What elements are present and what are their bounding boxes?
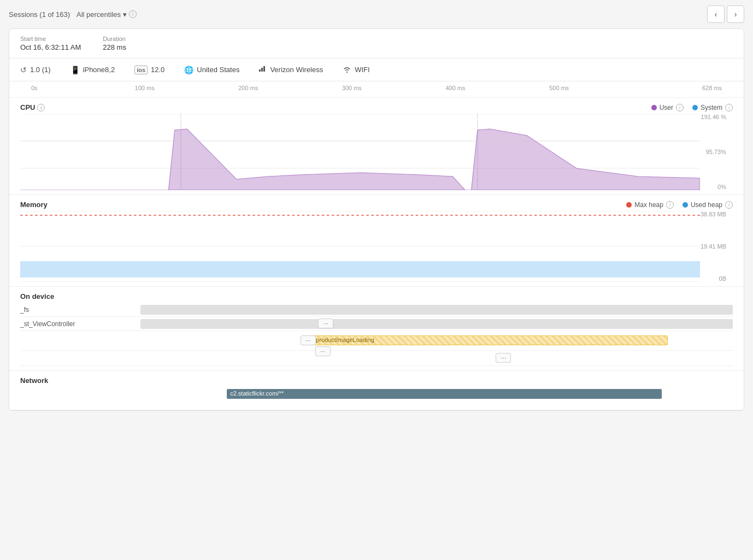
stvc-bar-area: ··· [140, 317, 733, 331]
on-device-title: On device [20, 292, 54, 300]
on-device-title-text: On device [20, 292, 54, 300]
svg-marker-1 [261, 68, 263, 72]
cpu-y-mid: 95.73% [701, 149, 726, 155]
system-info-icon[interactable]: i [725, 104, 733, 111]
memory-section: Memory Max heap i Used heap i [9, 195, 744, 287]
cpu-info-icon[interactable]: i [37, 104, 45, 111]
on-device-header: On device [9, 287, 744, 303]
info-icon[interactable]: i [129, 10, 137, 18]
sessions-label: Sessions (1 of 163) [9, 10, 70, 19]
carrier-item: Verizon Wireless [259, 65, 323, 74]
wifi-icon [343, 66, 351, 74]
system-dot [692, 105, 698, 110]
signal-icon [259, 65, 267, 74]
cpu-chart-wrapper: 191.46 % 95.73% 0% [9, 114, 744, 190]
used-heap-dot [683, 202, 688, 208]
pil-label: productImageLoading [313, 335, 377, 344]
memory-y-bot: 0B [701, 275, 726, 282]
start-time-value: Oct 16, 6:32:11 AM [20, 43, 81, 51]
nav-buttons: ‹ › [707, 5, 744, 23]
fs-bar [140, 305, 733, 315]
session-header: Start time Oct 16, 6:32:11 AM Duration 2… [9, 29, 744, 58]
memory-y-mid: 19.41 MB [701, 243, 726, 250]
user-info-icon[interactable]: i [676, 104, 684, 111]
network-section: Network c2.staticflickr.com/** [9, 371, 744, 410]
on-device-row-fs: _fs [20, 303, 733, 317]
stvc-bar [140, 319, 733, 329]
start-time-item: Start time Oct 16, 6:32:11 AM [20, 36, 81, 51]
cpu-header: CPU i User i System i [9, 98, 744, 114]
ellipsis-btn-2[interactable]: ··· [301, 335, 316, 345]
memory-header: Memory Max heap i Used heap i [9, 195, 744, 211]
on-device-section: On device _fs _st_ViewController ··· [9, 287, 744, 371]
percentile-dropdown[interactable]: All percentiles ▾ i [77, 10, 137, 19]
country-value: United States [197, 66, 239, 74]
timeline-ruler: 0s 100 ms 200 ms 300 ms 400 ms 500 ms 62… [9, 81, 744, 98]
memory-chart-area: 38.83 MB 19.41 MB 0B [20, 211, 700, 282]
network-row-container: c2.staticflickr.com/** [20, 387, 733, 401]
memory-title-text: Memory [20, 201, 48, 209]
os-value: 12.0 [151, 66, 164, 74]
svg-marker-0 [259, 69, 261, 72]
device-bar: ↺ 1.0 (1) 📱 iPhone8,2 ios 12.0 🌐 United … [9, 58, 744, 81]
memory-y-axis: 38.83 MB 19.41 MB 0B [701, 211, 726, 282]
on-device-row-stvc: _st_ViewController ··· [20, 317, 733, 331]
on-device-row-pil: productImageLoading ··· ··· [20, 331, 733, 351]
max-heap-info-icon[interactable]: i [666, 201, 674, 209]
memory-y-top: 38.83 MB [701, 211, 726, 217]
memory-legend: Max heap i Used heap i [626, 201, 733, 209]
chevron-down-icon: ▾ [123, 10, 127, 19]
ruler-200: 200 ms [238, 85, 258, 91]
max-heap-legend: Max heap i [626, 201, 674, 209]
cpu-legend: User i System i [651, 104, 733, 111]
fs-bar-area [140, 303, 733, 316]
ellipsis-btn-1[interactable]: ··· [318, 319, 333, 328]
top-bar: Sessions (1 of 163) All percentiles ▾ i … [0, 0, 753, 28]
ios-icon: ios [134, 66, 148, 74]
device-item: 📱 iPhone8,2 [70, 66, 115, 74]
ruler-628: 628 ms [702, 85, 722, 91]
refresh-icon: ↺ [20, 66, 27, 74]
cpu-system-legend: System i [692, 104, 733, 111]
fs-label: _fs [20, 306, 140, 314]
system-label: System [701, 104, 722, 111]
stvc-label: _st_ViewController [20, 320, 140, 328]
top-bar-left: Sessions (1 of 163) All percentiles ▾ i [9, 10, 137, 19]
duration-item: Duration 228 ms [103, 36, 126, 51]
prev-button[interactable]: ‹ [707, 5, 725, 23]
max-heap-dot [626, 202, 632, 208]
network-row: c2.staticflickr.com/** [20, 387, 733, 401]
used-heap-info-icon[interactable]: i [725, 201, 733, 209]
cpu-chart-area: 191.46 % 95.73% 0% [20, 114, 700, 190]
duration-label: Duration [103, 36, 126, 42]
network-url-label: c2.staticflickr.com/** [227, 389, 287, 398]
network-bar: c2.staticflickr.com/** [227, 389, 661, 399]
memory-chart-svg [20, 211, 700, 282]
carrier-value: Verizon Wireless [270, 66, 323, 74]
network-value: WIFI [355, 66, 369, 74]
extra-bar-area: ··· [140, 351, 733, 366]
percentile-label: All percentiles [77, 10, 121, 19]
svg-marker-2 [263, 66, 265, 72]
cpu-y-top: 191.46 % [701, 114, 726, 120]
memory-title: Memory [20, 201, 48, 209]
max-heap-label: Max heap [634, 201, 663, 209]
device-value: iPhone8,2 [83, 66, 115, 74]
ruler-100: 100 ms [135, 85, 155, 91]
on-device-row-extra: ··· [20, 351, 733, 366]
os-item: ios 12.0 [134, 66, 164, 74]
cpu-section: CPU i User i System i [9, 98, 744, 195]
next-button[interactable]: › [727, 5, 744, 23]
pil-bar: productImageLoading [312, 335, 667, 345]
version-item: ↺ 1.0 (1) [20, 66, 51, 74]
memory-chart-wrapper: 38.83 MB 19.41 MB 0B [9, 211, 744, 282]
main-card: Start time Oct 16, 6:32:11 AM Duration 2… [9, 28, 744, 411]
cpu-y-axis: 191.46 % 95.73% 0% [701, 114, 726, 190]
cpu-chart-svg [20, 114, 700, 190]
network-title-text: Network [20, 376, 48, 385]
ellipsis-btn-4[interactable]: ··· [496, 353, 511, 363]
user-label: User [660, 104, 673, 111]
cpu-user-legend: User i [651, 104, 684, 111]
phone-icon: 📱 [70, 66, 80, 74]
globe-icon: 🌐 [184, 66, 193, 74]
